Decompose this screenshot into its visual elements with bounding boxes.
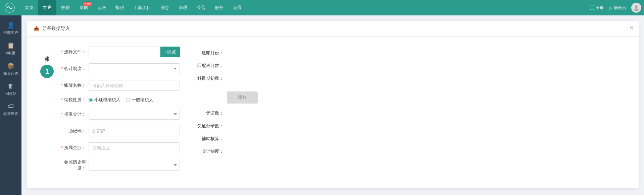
dialog-body: 建账 1 选择文件： +浏览 会计制度： <box>27 37 639 181</box>
nav-item-operations[interactable]: 经营 <box>192 0 210 15</box>
tax-radio-group: 小规模纳税人 一般纳税人 <box>89 97 180 103</box>
jianzhang-button[interactable]: 建账 <box>227 91 258 104</box>
company-label: 所属企业： <box>59 145 86 151</box>
sidebar-item-recycle[interactable]: 🗑 回收站 <box>1 80 21 99</box>
dialog-card: 📤 导爷数据导入 × 建账 1 选择文件： +浏览 <box>27 21 639 188</box>
top-nav: 首页 客户 收费 票据 new 记账 报税 工商项目 消息 管理 经营 服务 设… <box>0 0 644 15</box>
close-button[interactable]: × <box>630 25 633 31</box>
upload-icon: 📤 <box>34 26 39 31</box>
history-year-select[interactable] <box>89 160 180 171</box>
auxiliary-label: 辅助核算： <box>193 136 224 142</box>
nav-item-tax[interactable]: 报税 <box>111 0 129 15</box>
ledger-name-row: 账簿名称： <box>59 80 180 91</box>
all-customers-icon: 👤 <box>7 21 14 29</box>
svg-point-1 <box>635 5 638 8</box>
nav-item-bookkeeping[interactable]: 记账 <box>93 0 111 15</box>
ledger-name-input[interactable] <box>89 80 180 91</box>
voucher-entries-label: 凭证分录数： <box>193 123 224 129</box>
nav-item-fees[interactable]: 收费 <box>56 0 75 15</box>
initial-subjects-label: 科目期初数： <box>193 75 224 81</box>
auxiliary-row: 辅助核算： <box>193 136 287 142</box>
memo-code-label: 助记码： <box>59 128 86 134</box>
sidebar-item-zero-filing[interactable]: 📋 0申报 <box>1 39 21 58</box>
file-input[interactable] <box>89 47 160 57</box>
match-subjects-row: 匹配科目数： <box>193 63 287 69</box>
accountant-label: 指派会计： <box>59 111 86 117</box>
accounting-select[interactable] <box>89 63 180 74</box>
step-label: 建账 <box>44 49 50 59</box>
svg-point-2 <box>634 8 639 11</box>
voucher-row: 凭证数： <box>193 110 287 116</box>
company-input[interactable] <box>89 142 180 153</box>
nav-right: ⛶ 全屏 ▷ 畅会员 <box>590 3 641 13</box>
ledger-name-label: 账簿名称： <box>59 82 86 88</box>
step-badge: 1 <box>40 65 54 78</box>
accounting-system-row: 会计制度： <box>193 148 287 154</box>
nav-item-management[interactable]: 管理 <box>174 0 192 15</box>
tax-type-label: 纳税性质： <box>59 97 86 103</box>
browse-button[interactable]: +浏览 <box>160 47 180 57</box>
right-panel: 建账月份： 匹配科目数： 科目期初数： 建账 凭证数： 凭证分录数： <box>193 47 287 171</box>
zero-filing-icon: 📋 <box>7 42 14 49</box>
nav-item-services[interactable]: 服务 <box>210 0 228 15</box>
tags-icon: 🏷 <box>8 103 14 110</box>
sidebar-item-all-customers[interactable]: 👤 全部客户 <box>1 19 21 38</box>
dialog-header: 📤 导爷数据导入 <box>27 21 639 37</box>
nav-item-settings[interactable]: 设置 <box>228 0 246 15</box>
radio-general[interactable]: 一般纳税人 <box>126 97 153 103</box>
nav-item-business[interactable]: 工商项目 <box>129 0 156 15</box>
sidebar-item-tags[interactable]: 🏷 标签设置 <box>1 100 21 119</box>
month-row: 建账月份： <box>193 50 287 56</box>
form-grid: 选择文件： +浏览 会计制度： <box>59 47 180 171</box>
voucher-label: 凭证数： <box>193 110 224 116</box>
file-input-wrap: +浏览 <box>89 47 180 57</box>
file-label: 选择文件： <box>59 49 86 55</box>
nav-item-tickets[interactable]: 票据 new <box>75 0 93 15</box>
new-badge: new <box>83 2 92 6</box>
dialog-title: 导爷数据导入 <box>42 25 70 31</box>
history-year-row: 参照历史年度： <box>59 159 180 171</box>
initial-subjects-row: 科目期初数： <box>193 75 287 81</box>
memo-code-input[interactable] <box>89 126 180 136</box>
nav-item-messages[interactable]: 消息 <box>156 0 174 15</box>
migration-icon: 📦 <box>7 62 14 70</box>
member-button[interactable]: ▷ 畅会员 <box>609 5 626 11</box>
nav-item-home[interactable]: 首页 <box>20 0 38 15</box>
main-content: 📤 导爷数据导入 × 建账 1 选择文件： +浏览 <box>21 15 644 195</box>
file-row: 选择文件： +浏览 <box>59 47 180 57</box>
sidebar: 👤 全部客户 📋 0申报 📦 账套迁移 🗑 回收站 🏷 标签设置 <box>0 15 21 195</box>
accountant-row: 指派会计： <box>59 109 180 120</box>
sidebar-item-migration[interactable]: 📦 账套迁移 <box>1 60 21 79</box>
nav-item-customers[interactable]: 客户 <box>38 0 56 15</box>
avatar[interactable] <box>631 3 641 13</box>
voucher-entries-row: 凭证分录数： <box>193 123 287 129</box>
memo-code-row: 助记码： <box>59 126 180 136</box>
form-left-section: 建账 1 选择文件： +浏览 会计制度： <box>40 47 180 171</box>
accounting-label: 会计制度： <box>59 66 86 72</box>
radio-small-scale[interactable]: 小规模纳税人 <box>89 97 120 103</box>
recycle-icon: 🗑 <box>8 83 14 90</box>
history-year-label: 参照历史年度： <box>59 159 86 171</box>
month-label: 建账月份： <box>193 50 224 56</box>
fullscreen-button[interactable]: ⛶ 全屏 <box>590 5 604 11</box>
accountant-select[interactable] <box>89 109 180 120</box>
match-subjects-label: 匹配科目数： <box>193 63 224 69</box>
accounting-row: 会计制度： <box>59 63 180 74</box>
tax-type-row: 纳税性质： 小规模纳税人 一般纳税人 <box>59 97 180 103</box>
accounting-system-label: 会计制度： <box>193 148 224 154</box>
logo <box>3 1 17 15</box>
company-row: 所属企业： <box>59 142 180 153</box>
